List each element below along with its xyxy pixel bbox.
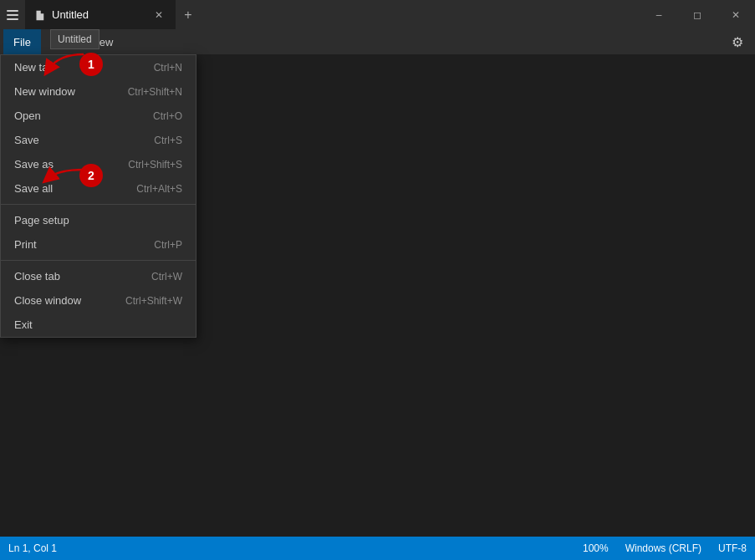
menu-item-save-as[interactable]: Save as Ctrl+Shift+S [1,152,196,176]
menu-file[interactable]: File [3,29,41,54]
menu-item-exit[interactable]: Exit [1,313,196,337]
menu-item-save-all[interactable]: Save all Ctrl+Alt+S [1,176,196,201]
tab-title-label: Untitled [52,8,144,21]
app-icon[interactable] [0,0,25,29]
status-bar: Ln 1, Col 1 100% Windows (CRLF) UTF-8 [0,537,755,560]
active-tab[interactable]: Untitled ✕ [25,0,176,29]
svg-rect-2 [7,18,18,20]
separator-1 [1,204,196,205]
maximize-button[interactable]: ◻ [678,0,717,29]
tab-strip: Untitled ✕ + [25,0,640,29]
settings-button[interactable]: ⚙ [723,29,752,54]
menu-item-new-window[interactable]: New window Ctrl+Shift+N [1,79,196,104]
svg-rect-0 [7,10,18,12]
menu-item-new-tab[interactable]: New tab Ctrl+N [1,55,196,79]
close-button[interactable]: ✕ [717,0,755,29]
menu-item-save[interactable]: Save Ctrl+S [1,128,196,152]
title-bar: Untitled ✕ + Untitled – ◻ ✕ [0,0,755,29]
status-bar-right: 100% Windows (CRLF) UTF-8 [583,542,747,554]
menu-item-page-setup[interactable]: Page setup [1,208,196,232]
minimize-button[interactable]: – [640,0,678,29]
menu-edit[interactable]: Edit [41,29,79,54]
separator-2 [1,260,196,261]
encoding[interactable]: UTF-8 [718,542,747,554]
line-ending[interactable]: Windows (CRLF) [625,542,701,554]
menu-view[interactable]: View [79,29,123,54]
menu-item-close-tab[interactable]: Close tab Ctrl+W [1,264,196,288]
file-dropdown-menu: New tab Ctrl+N New window Ctrl+Shift+N O… [0,54,196,338]
tab-close-button[interactable]: ✕ [150,7,167,23]
new-tab-button[interactable]: + [176,0,201,29]
menu-item-open[interactable]: Open Ctrl+O [1,104,196,128]
window-controls: – ◻ ✕ [640,0,755,29]
menu-item-close-window[interactable]: Close window Ctrl+Shift+W [1,288,196,313]
menu-bar: File Edit View ⚙ [0,29,755,54]
svg-rect-1 [7,14,18,16]
cursor-position: Ln 1, Col 1 [8,542,57,554]
menu-bar-left: File Edit View [3,29,123,54]
menu-item-print[interactable]: Print Ctrl+P [1,232,196,257]
zoom-level[interactable]: 100% [583,542,609,554]
file-icon [33,9,45,21]
